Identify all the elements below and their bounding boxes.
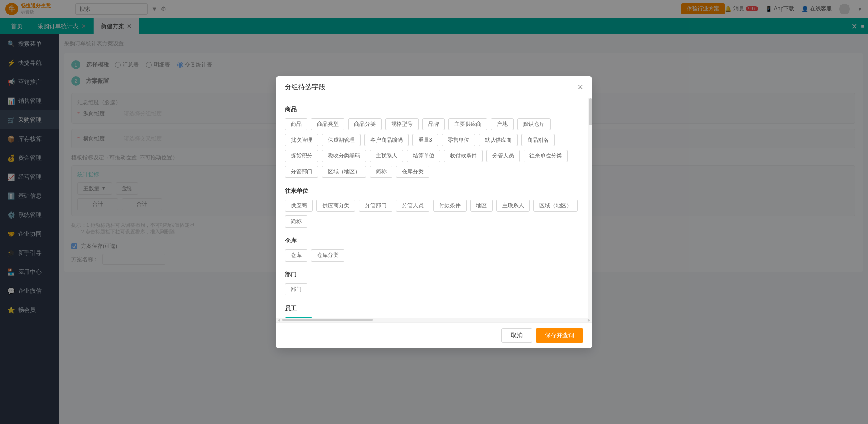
product-fields: 商品 商品类型 商品分类 规格型号 品牌 主要供应商 产地 默认仓库 批次管理 …	[285, 118, 579, 178]
section-dept-title: 部门	[285, 271, 579, 279]
field-shelf-life[interactable]: 保质期管理	[322, 134, 361, 146]
section-employee-title: 员工	[285, 305, 579, 313]
field-default-warehouse[interactable]: 默认仓库	[517, 118, 551, 130]
field-partner-person[interactable]: 分管人员	[396, 200, 429, 212]
section-warehouse: 仓库 仓库 仓库分类	[285, 237, 579, 262]
field-partner-dept[interactable]: 分管部门	[359, 200, 392, 212]
field-retail-unit[interactable]: 零售单位	[442, 134, 475, 146]
section-warehouse-title: 仓库	[285, 237, 579, 245]
modal-body: 商品 商品 商品类型 商品分类 规格型号 品牌 主要供应商 产地 默认仓库 批次…	[276, 98, 588, 318]
section-product-title: 商品	[285, 105, 579, 114]
field-batch-mgmt[interactable]: 批次管理	[285, 134, 318, 146]
field-product[interactable]: 商品	[285, 118, 307, 130]
field-product-category[interactable]: 商品分类	[348, 118, 382, 130]
field-tax-code[interactable]: 税收分类编码	[322, 150, 366, 162]
field-warehouse[interactable]: 仓库	[285, 249, 307, 262]
field-payment-terms[interactable]: 收付款条件	[444, 150, 483, 162]
section-product: 商品 商品 商品类型 商品分类 规格型号 品牌 主要供应商 产地 默认仓库 批次…	[285, 105, 579, 178]
field-product-alias[interactable]: 商品别名	[521, 134, 555, 146]
warehouse-fields: 仓库 仓库分类	[285, 249, 579, 262]
dept-fields: 部门	[285, 283, 579, 295]
modal-h-scrollbar[interactable]: ◄ ►	[276, 318, 592, 322]
field-warehouse-category[interactable]: 仓库分类	[311, 249, 344, 262]
field-selection-modal: 分组待选字段 ✕ 商品 商品 商品类型 商品分类 规格型号 品牌 主要供应商 产…	[276, 76, 592, 348]
section-employee: 员工 业务员	[285, 305, 579, 318]
scroll-thumb	[589, 98, 592, 125]
field-pick-score[interactable]: 拣货积分	[285, 150, 318, 162]
field-customer-code[interactable]: 客户商品编码	[364, 134, 409, 146]
field-spec-model[interactable]: 规格型号	[385, 118, 419, 130]
modal-footer: 取消 保存并查询	[276, 322, 592, 348]
field-weight3[interactable]: 重量3	[412, 134, 438, 146]
field-region[interactable]: 区域（地区）	[322, 166, 366, 178]
field-main-contact[interactable]: 主联系人	[370, 150, 403, 162]
modal-header: 分组待选字段 ✕	[276, 76, 592, 98]
field-partner-category[interactable]: 往来单位分类	[524, 150, 568, 162]
cancel-button[interactable]: 取消	[501, 328, 532, 343]
field-warehouse-cat[interactable]: 仓库分类	[396, 166, 429, 178]
field-product-type[interactable]: 商品类型	[311, 118, 344, 130]
section-dept: 部门 部门	[285, 271, 579, 295]
field-brand[interactable]: 品牌	[422, 118, 445, 130]
field-supplier[interactable]: 供应商	[285, 200, 313, 212]
field-dept[interactable]: 部门	[285, 283, 307, 295]
h-scroll-thumb	[282, 319, 373, 321]
field-supplier-cat[interactable]: 供应商分类	[316, 200, 355, 212]
field-main-contact2[interactable]: 主联系人	[496, 200, 530, 212]
modal-title: 分组待选字段	[285, 83, 326, 91]
partner-fields: 供应商 供应商分类 分管部门 分管人员 付款条件 地区 主联系人 区域（地区） …	[285, 200, 579, 228]
field-main-supplier[interactable]: 主要供应商	[448, 118, 487, 130]
field-payment-cond[interactable]: 付款条件	[433, 200, 467, 212]
field-area[interactable]: 地区	[470, 200, 493, 212]
modal-close-btn[interactable]: ✕	[577, 83, 583, 91]
field-region2[interactable]: 区域（地区）	[533, 200, 578, 212]
field-default-supplier[interactable]: 默认供应商	[479, 134, 518, 146]
field-supervisor[interactable]: 分管人员	[486, 150, 520, 162]
modal-scrollbar[interactable]	[588, 98, 592, 318]
field-settlement-unit[interactable]: 结算单位	[407, 150, 440, 162]
modal-overlay: 分组待选字段 ✕ 商品 商品 商品类型 商品分类 规格型号 品牌 主要供应商 产…	[0, 0, 868, 424]
field-abbr[interactable]: 简称	[370, 166, 392, 178]
field-dept-mgmt[interactable]: 分管部门	[285, 166, 318, 178]
field-origin[interactable]: 产地	[491, 118, 514, 130]
field-abbr2[interactable]: 简称	[285, 215, 307, 228]
confirm-button[interactable]: 保存并查询	[536, 328, 583, 343]
section-partner-title: 往来单位	[285, 187, 579, 195]
section-partner: 往来单位 供应商 供应商分类 分管部门 分管人员 付款条件 地区 主联系人 区域…	[285, 187, 579, 228]
